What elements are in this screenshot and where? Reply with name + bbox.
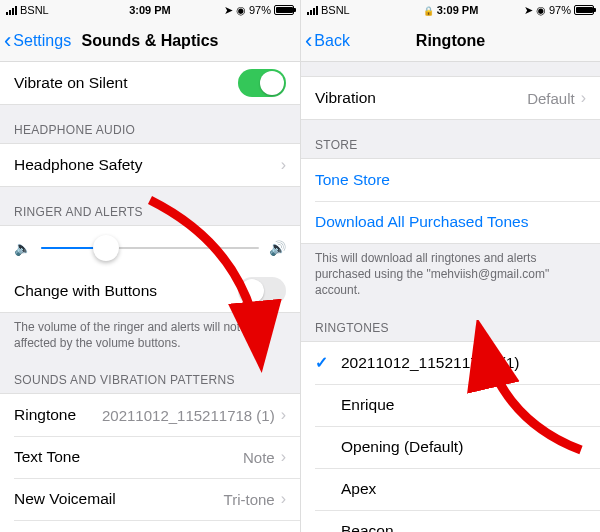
lock-icon: 🔒 [423,6,434,16]
row-label: Vibration [315,89,376,107]
chevron-right-icon: › [281,448,286,466]
chevron-right-icon: › [281,156,286,174]
sounds-haptics-screen: BSNL 3:09 PM ➤ ◉ 97% ‹ Settings Sounds &… [0,0,300,532]
back-label: Back [314,32,350,50]
battery-icon [574,5,594,15]
row-label: Tone Store [315,171,390,189]
carrier-label: BSNL [20,4,49,16]
chevron-right-icon: › [281,406,286,424]
ringtones-header: RINGTONES [301,303,600,341]
text-tone-row[interactable]: Text Tone Note› [0,436,300,478]
back-button[interactable]: ‹ Back [301,30,350,52]
chevron-right-icon: › [581,89,586,107]
ringtone-label: Enrique [341,396,586,414]
row-label: Vibrate on Silent [14,74,127,92]
download-purchased-link[interactable]: Download All Purchased Tones [301,201,600,243]
signal-icon [6,6,17,15]
change-buttons-toggle[interactable] [238,277,286,305]
row-label: Text Tone [14,448,80,466]
status-time: 3:09 PM [437,4,479,16]
status-bar: BSNL 3:09 PM ➤ ◉ 97% [0,0,300,20]
row-label: Download All Purchased Tones [315,213,528,231]
chevron-right-icon: › [281,490,286,508]
ringtone-option[interactable]: Opening (Default) [301,426,600,468]
chevron-left-icon: ‹ [305,30,312,52]
headphone-audio-header: HEADPHONE AUDIO [0,105,300,143]
headphone-safety-row[interactable]: Headphone Safety › [0,144,300,186]
vibrate-on-silent-row[interactable]: Vibrate on Silent [0,62,300,104]
speaker-low-icon: 🔈 [14,240,31,256]
ringtone-option[interactable]: Enrique [301,384,600,426]
new-mail-row[interactable]: New Mail None› [0,520,300,532]
ringtone-screen: BSNL 🔒 3:09 PM ➤ ◉ 97% ‹ Back Ringtone V… [300,0,600,532]
ringtone-row[interactable]: Ringtone 20211012_115211718 (1)› [0,394,300,436]
speaker-high-icon: 🔊 [269,240,286,256]
store-footer: This will download all ringtones and ale… [301,244,600,303]
battery-pct: ◉ 97% [236,4,271,17]
row-value: 20211012_115211718 (1) [102,407,275,424]
ringer-volume-slider[interactable] [41,247,259,249]
ringtone-label: Opening (Default) [341,438,586,456]
chevron-left-icon: ‹ [4,30,11,52]
back-button[interactable]: ‹ Settings [0,30,71,52]
signal-icon [307,6,318,15]
row-value: Note [243,449,275,466]
store-header: STORE [301,120,600,158]
status-bar: BSNL 🔒 3:09 PM ➤ ◉ 97% [301,0,600,20]
ringer-footer: The volume of the ringer and alerts will… [0,313,300,355]
tone-store-link[interactable]: Tone Store [301,159,600,201]
row-label: New Voicemail [14,490,116,508]
nav-bar: ‹ Settings Sounds & Haptics [0,20,300,62]
battery-pct: ◉ 97% [536,4,571,17]
row-label: Change with Buttons [14,282,157,300]
row-label: Headphone Safety [14,156,142,174]
checkmark-icon: ✓ [315,354,331,372]
ringer-volume-slider-row: 🔈 🔊 [0,226,300,270]
row-value: Tri-tone [224,491,275,508]
ringer-alerts-header: RINGER AND ALERTS [0,187,300,225]
battery-icon [274,5,294,15]
ringtone-option[interactable]: Apex [301,468,600,510]
patterns-header: SOUNDS AND VIBRATION PATTERNS [0,355,300,393]
new-voicemail-row[interactable]: New Voicemail Tri-tone› [0,478,300,520]
ringtone-option[interactable]: Beacon [301,510,600,532]
carrier-label: BSNL [321,4,350,16]
change-with-buttons-row[interactable]: Change with Buttons [0,270,300,312]
ringtone-label: Apex [341,480,586,498]
ringtone-option[interactable]: ✓20211012_115211718 (1) [301,342,600,384]
nav-bar: ‹ Back Ringtone [301,20,600,62]
ringtone-label: 20211012_115211718 (1) [341,354,586,372]
row-label: Ringtone [14,406,76,424]
ringtone-label: Beacon [341,522,586,532]
vibrate-silent-toggle[interactable] [238,69,286,97]
location-icon: ➤ [224,4,233,17]
vibration-row[interactable]: Vibration Default› [301,77,600,119]
back-label: Settings [13,32,71,50]
row-value: Default [527,90,575,107]
location-icon: ➤ [524,4,533,17]
